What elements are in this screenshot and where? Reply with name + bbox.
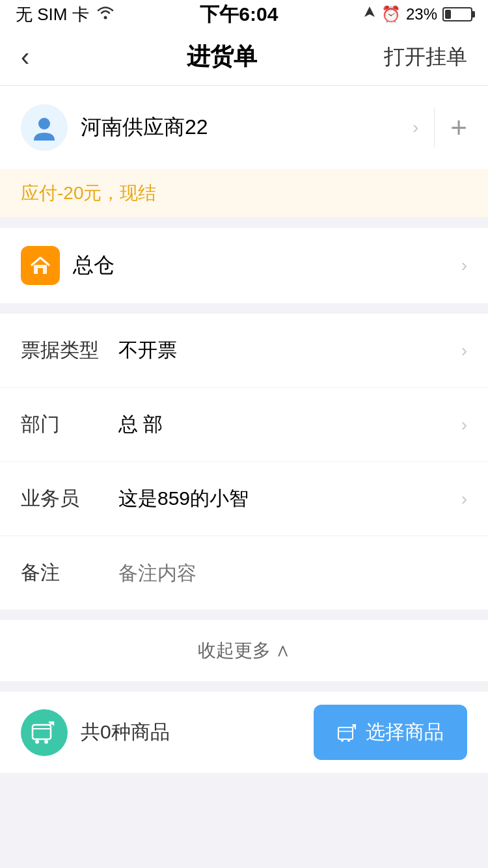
back-button[interactable]: ‹ — [21, 42, 60, 72]
svg-point-10 — [347, 739, 350, 742]
salesperson-value: 这是859的小智 — [105, 485, 456, 512]
status-time: 下午6:04 — [200, 1, 278, 28]
svg-rect-4 — [38, 268, 43, 274]
product-count-label: 共0种商品 — [81, 719, 301, 746]
salesperson-chevron-icon: › — [461, 489, 467, 509]
person-icon — [29, 112, 60, 143]
svg-point-0 — [103, 16, 107, 19]
warehouse-card[interactable]: 总仓 › — [0, 228, 488, 303]
warehouse-chevron-icon: › — [461, 255, 467, 276]
remark-input[interactable] — [105, 562, 467, 584]
remark-row[interactable]: 备注 — [0, 536, 488, 610]
house-icon — [29, 254, 52, 277]
divider — [434, 108, 435, 147]
content-area: 河南供应商22 › + 应付-20元，现结 总仓 › 票据类型 不开票 — [0, 86, 488, 868]
warehouse-icon-wrap — [21, 246, 60, 285]
notice-banner: 应付-20元，现结 — [0, 169, 488, 217]
department-value: 总 部 — [105, 411, 456, 438]
svg-rect-8 — [338, 727, 353, 739]
wifi-icon — [96, 5, 115, 25]
status-left: 无 SIM 卡 — [16, 3, 115, 26]
select-product-label: 选择商品 — [366, 719, 444, 746]
supplier-chevron-icon: › — [413, 117, 418, 138]
product-icon-wrap — [21, 709, 68, 756]
nav-bar: ‹ 进货单 打开挂单 — [0, 29, 488, 86]
salesperson-label: 业务员 — [21, 485, 105, 512]
svg-point-2 — [38, 118, 50, 129]
collapse-label: 收起更多 ∧ — [198, 638, 291, 663]
invoice-type-label: 票据类型 — [21, 337, 105, 364]
svg-point-9 — [341, 739, 344, 742]
add-supplier-button[interactable]: + — [450, 111, 467, 144]
page-background — [0, 773, 488, 868]
supplier-name: 河南供应商22 — [81, 113, 407, 142]
department-row[interactable]: 部门 总 部 › — [0, 388, 488, 462]
status-bar: 无 SIM 卡 下午6:04 ⏰ 23% — [0, 0, 488, 29]
department-chevron-icon: › — [461, 414, 467, 435]
department-label: 部门 — [21, 411, 105, 438]
select-cart-icon — [337, 724, 358, 742]
remark-label: 备注 — [21, 560, 105, 586]
carrier-label: 无 SIM 卡 — [16, 3, 89, 26]
select-product-button[interactable]: 选择商品 — [314, 705, 467, 760]
invoice-type-value: 不开票 — [105, 337, 456, 364]
status-right: ⏰ 23% — [363, 5, 472, 23]
battery-icon — [442, 7, 472, 21]
alarm-icon: ⏰ — [381, 5, 401, 23]
svg-point-7 — [44, 740, 48, 744]
location-icon — [363, 5, 376, 23]
invoice-type-row[interactable]: 票据类型 不开票 › — [0, 314, 488, 388]
salesperson-row[interactable]: 业务员 这是859的小智 › — [0, 462, 488, 536]
page-title: 进货单 — [187, 41, 257, 73]
bottom-bar: 共0种商品 选择商品 — [0, 692, 488, 773]
svg-rect-5 — [33, 725, 51, 739]
collapse-button[interactable]: 收起更多 ∧ — [0, 620, 488, 681]
warehouse-name: 总仓 — [73, 251, 456, 280]
battery-percent: 23% — [406, 5, 437, 23]
supplier-avatar — [21, 104, 68, 151]
supplier-row[interactable]: 河南供应商22 › + — [0, 86, 488, 169]
supplier-card: 河南供应商22 › + 应付-20元，现结 — [0, 86, 488, 217]
cart-icon — [30, 718, 59, 747]
open-pending-button[interactable]: 打开挂单 — [384, 43, 467, 72]
form-section: 票据类型 不开票 › 部门 总 部 › 业务员 这是859的小智 › 备注 — [0, 314, 488, 610]
svg-point-6 — [35, 740, 39, 744]
warehouse-row[interactable]: 总仓 › — [0, 228, 488, 303]
invoice-type-chevron-icon: › — [461, 340, 467, 361]
